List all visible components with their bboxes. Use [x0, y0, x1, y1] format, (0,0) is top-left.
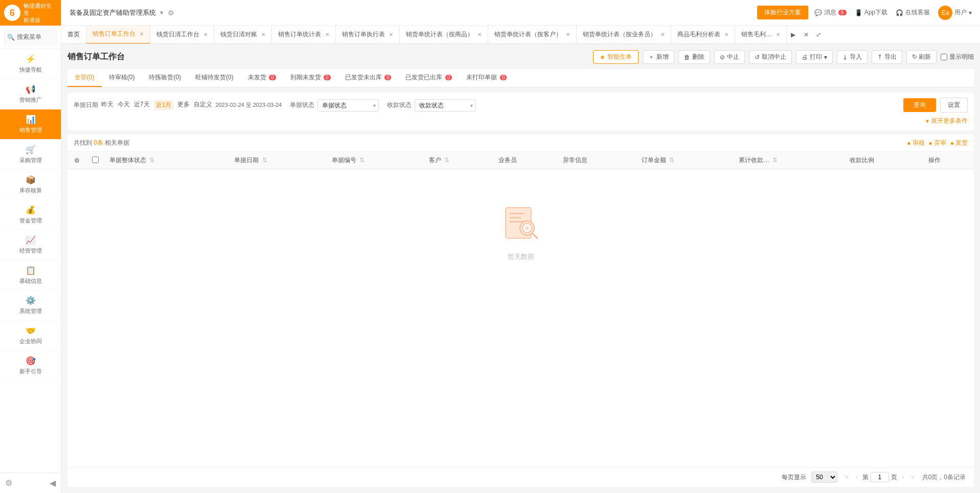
unaudit-action-button[interactable]: ● 弃审	[929, 139, 946, 147]
tab-daily-cash[interactable]: 钱货日清工作台 ✕	[150, 26, 214, 44]
subtab-all[interactable]: 全部(0)	[67, 69, 102, 87]
subtab-pending-inspect[interactable]: 待拣验货(0)	[142, 69, 188, 87]
th-salesperson: 业务员	[493, 152, 558, 169]
online-service-button[interactable]: 🎧 在线客服	[896, 8, 930, 17]
date-today[interactable]: 今天	[118, 100, 130, 110]
sidebar-item-basic-info[interactable]: 📋 基础信息	[0, 260, 61, 290]
prev-page-button[interactable]: ‹	[853, 473, 860, 482]
subtab-wangpu-pending[interactable]: 旺铺待发货(0)	[188, 69, 241, 87]
tab-home[interactable]: 首页	[61, 26, 86, 44]
subtab-delivered-not-out[interactable]: 已发货未出库 0	[338, 69, 399, 87]
tab-close-icon[interactable]: ✕	[776, 32, 780, 37]
show-detail-checkbox[interactable]	[941, 54, 947, 60]
th-bill-number: 单据编号 ⇅	[327, 152, 424, 169]
subtab-pending-audit[interactable]: 待审核(0)	[102, 69, 142, 87]
import-button[interactable]: ⤓ 导入	[837, 50, 868, 64]
tab-close-icon[interactable]: ✕	[660, 32, 665, 37]
subtab-delivered-out[interactable]: 已发货已出库 0	[398, 69, 459, 87]
sidebar-item-sales[interactable]: 📊 销售管理	[0, 109, 61, 140]
tab-gross-margin[interactable]: 商品毛利分析表 ✕	[671, 26, 735, 44]
sort-icon[interactable]: ⇅	[444, 156, 449, 164]
message-button[interactable]: 💬 消息 6	[814, 8, 847, 17]
page-size-select[interactable]: 50 100 200	[811, 472, 837, 483]
sort-icon[interactable]: ⇅	[359, 156, 364, 164]
audit-action-button[interactable]: ● 审核	[907, 139, 924, 147]
sidebar-item-finance[interactable]: 💰 资金管理	[0, 200, 61, 230]
sort-icon[interactable]: ⇅	[772, 156, 778, 164]
tab-close-icon[interactable]: ✕	[325, 32, 329, 37]
tab-reconciliation[interactable]: 钱货日清对账 ✕	[214, 26, 272, 44]
app-download-button[interactable]: 📱 App下载	[855, 8, 887, 17]
content-area: 销售订单工作台 ★ 智能生单 ＋ 新增 🗑 删除 ⊘ 中止	[61, 44, 980, 493]
add-button[interactable]: ＋ 新增	[643, 50, 674, 64]
search-menu-button[interactable]: 🔍 搜索菜单	[4, 30, 57, 44]
subtab-overdue-undelivered[interactable]: 到期未发货 0	[283, 69, 338, 87]
tab-close-icon[interactable]: ✕	[389, 32, 393, 37]
tab-close-icon[interactable]: ✕	[140, 31, 144, 37]
sidebar-item-operations[interactable]: 📈 经营管理	[0, 230, 61, 260]
sidebar-item-marketing[interactable]: 📢 营销推广	[0, 79, 61, 109]
delete-button[interactable]: 🗑 删除	[678, 50, 710, 64]
date-7days[interactable]: 近7天	[134, 100, 150, 110]
tab-close-icon[interactable]: ✕	[724, 32, 728, 37]
settings-gear-button[interactable]: ⚙	[5, 478, 12, 488]
tab-close-all-button[interactable]: ✕	[800, 31, 813, 38]
trash-icon: 🗑	[684, 54, 690, 61]
subtab-unprinted[interactable]: 未打印单据 0	[459, 69, 514, 87]
expand-more-filters[interactable]: ▾ 展开更多条件	[926, 117, 968, 125]
tab-close-icon[interactable]: ✕	[203, 32, 208, 37]
tab-expand-button[interactable]: ⤢	[813, 31, 824, 38]
sidebar-item-system[interactable]: ⚙️ 系统管理	[0, 290, 61, 321]
tab-sales-by-product[interactable]: 销货单统计表（按商品） ✕	[400, 26, 488, 44]
status-select[interactable]: 单据状态	[317, 99, 379, 111]
print-button[interactable]: 🖨 打印 ▾	[796, 50, 833, 64]
last-page-button[interactable]: »	[908, 473, 917, 482]
tab-close-icon[interactable]: ✕	[566, 32, 570, 37]
guide-icon: 🎯	[26, 356, 36, 366]
tab-sales-margin[interactable]: 销售毛利… ✕	[735, 26, 787, 44]
industry-solution-button[interactable]: 体验行业方案	[757, 6, 808, 19]
tab-sales-order-workbench[interactable]: 销售订单工作台 ✕	[86, 26, 150, 44]
query-button[interactable]: 查询	[903, 98, 936, 112]
sidebar-item-quick-nav[interactable]: ⚡ 快捷导航	[0, 49, 61, 79]
smart-generate-button[interactable]: ★ 智能生单	[593, 50, 639, 64]
sidebar-item-guide[interactable]: 🎯 新手引导	[0, 351, 61, 381]
select-all-checkbox[interactable]	[92, 156, 99, 163]
topbar-settings-icon[interactable]: ⚙	[168, 9, 174, 17]
user-menu-button[interactable]: Ea 用户 ▾	[938, 6, 972, 20]
collection-select[interactable]: 收款状态	[415, 99, 476, 111]
sidebar-item-purchase[interactable]: 🛒 采购管理	[0, 140, 61, 170]
collapse-button[interactable]: ◀	[50, 478, 56, 488]
next-page-button[interactable]: ›	[899, 473, 906, 482]
deliver-action-button[interactable]: ● 发货	[950, 139, 968, 147]
stop-button[interactable]: ⊘ 中止	[714, 50, 745, 64]
sort-icon[interactable]: ⇅	[669, 156, 674, 164]
show-detail-checkbox-label[interactable]: 显示明细	[941, 53, 974, 61]
tab-sales-stats[interactable]: 销售订单统计表 ✕	[272, 26, 336, 44]
date-yesterday[interactable]: 昨天	[101, 100, 113, 110]
sort-icon[interactable]: ⇅	[149, 156, 154, 164]
tab-sales-exec[interactable]: 销售订单执行表 ✕	[336, 26, 400, 44]
tab-sales-by-staff[interactable]: 销货单统计表（按业务员） ✕	[577, 26, 671, 44]
tab-close-icon[interactable]: ✕	[477, 32, 482, 37]
first-page-button[interactable]: «	[842, 473, 851, 482]
subtab-undelivered[interactable]: 未发货 0	[241, 69, 283, 87]
table-container: 共找到 0条 相关单据 ● 审核 ● 弃审 ● 发货	[67, 135, 974, 487]
overdue-badge: 0	[324, 75, 331, 80]
date-custom[interactable]: 自定义	[194, 100, 212, 110]
sidebar-item-enterprise[interactable]: 🤝 企业协同	[0, 321, 61, 351]
setting-button[interactable]: 设置	[940, 98, 968, 113]
topbar-dropdown-icon[interactable]: ▾	[160, 9, 164, 16]
tab-sales-by-customer[interactable]: 销货单统计表（按客户） ✕	[488, 26, 577, 44]
sort-icon[interactable]: ⇅	[262, 156, 267, 164]
tab-close-icon[interactable]: ✕	[261, 32, 265, 37]
settings-column-icon[interactable]: ⚙	[74, 157, 80, 164]
date-1month[interactable]: 近1月	[154, 100, 174, 110]
refresh-button[interactable]: ↻ 刷新	[906, 50, 937, 64]
export-button[interactable]: ⤒ 导出	[872, 50, 902, 64]
page-number-input[interactable]	[871, 472, 889, 482]
tab-more-button[interactable]: ▶	[787, 31, 800, 38]
sidebar-item-inventory[interactable]: 📦 库存核算	[0, 170, 61, 200]
date-more[interactable]: 更多	[177, 100, 190, 110]
cancel-stop-button[interactable]: ↺ 取消中止	[749, 50, 792, 64]
